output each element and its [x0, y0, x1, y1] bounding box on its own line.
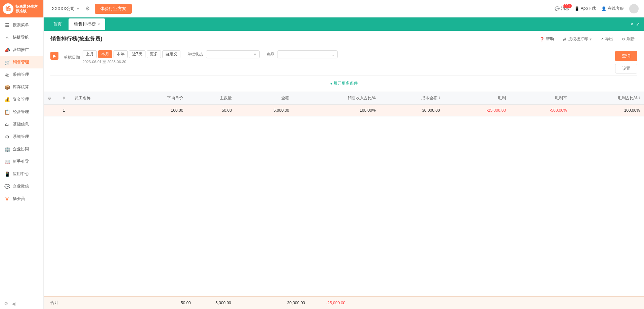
col-sales-pct: 销售收入占比% — [293, 92, 380, 105]
date-btn-custom[interactable]: 自定义 — [162, 50, 180, 58]
tab-home[interactable]: 首页 — [48, 18, 67, 30]
sidebar-item-search-order[interactable]: ☰ 搜索菜单 — [0, 19, 43, 31]
online-service-icon: 👤 — [601, 6, 606, 11]
sidebar-item-marketing[interactable]: 📣 营销推广 — [0, 44, 43, 56]
online-service-btn[interactable]: 👤 在线客服 — [601, 6, 624, 11]
trial-button[interactable]: 体验行业方案 — [95, 4, 132, 14]
sidebar-item-sales[interactable]: 🛒 销售管理 — [0, 56, 43, 68]
sidebar-item-system[interactable]: ⚙ 系统管理 — [0, 131, 43, 143]
app-center-icon: 📱 — [4, 171, 10, 177]
minimize-icon[interactable]: × — [631, 21, 633, 27]
table-header-row: ⚙ # 员工名称 平均单价 主数量 全额 销售收入占比% 成本全额 ℹ — [44, 92, 644, 105]
refresh-button[interactable]: ↺ 刷新 — [619, 35, 637, 43]
date-btn-more[interactable]: 更多 — [147, 50, 161, 58]
status-filter: 单据状态 ▾ — [187, 50, 260, 58]
refresh-icon: ↺ — [622, 37, 625, 42]
date-btn-this-year[interactable]: 本年 — [114, 50, 128, 58]
sidebar-item-member[interactable]: V 畅会员 — [0, 193, 43, 205]
cell-cost: 30,000.00 — [380, 105, 444, 116]
tab-sales-ranking[interactable]: 销售排行榜 × — [69, 18, 105, 30]
cell-name — [71, 105, 129, 116]
logo-text: 畅康通好生意 标准版 — [15, 4, 38, 14]
col-rank: # — [57, 92, 71, 105]
topbar: XXXXX公司 ▾ ⚙ 体验行业方案 💬 消息 99+ 📱 App下载 👤 在线… — [44, 0, 644, 17]
page: 销售排行榜(按业务员) ❓ 帮助 🖨 按模板打印 ▾ ↗ 导出 — [44, 31, 644, 309]
footer-label: 合计 — [50, 300, 94, 306]
print-icon: 🖨 — [563, 37, 567, 42]
company-selector[interactable]: XXXXX公司 ▾ — [49, 4, 82, 13]
date-filter: 单据日期 上月 本月 本年 近7天 更多 自定义 20 — [64, 50, 180, 64]
date-btn-last-7-days[interactable]: 近7天 — [129, 50, 145, 58]
cell-sales-pct: 100.00% — [293, 105, 380, 116]
cell-gross-pct: 100.00% — [571, 105, 644, 116]
col-cost: 成本全额 ℹ — [380, 92, 444, 105]
cell-gross: -25,000.00 — [444, 105, 510, 116]
search-order-icon: ☰ — [4, 22, 10, 28]
filter-settings-button[interactable]: 设置 — [615, 64, 637, 73]
date-btn-this-month[interactable]: 本月 — [98, 50, 112, 58]
goods-input[interactable]: ... — [277, 50, 338, 58]
sidebar-bottom: ⚙ ◀ — [0, 298, 43, 309]
sidebar-item-purchase[interactable]: 🛍 采购管理 — [0, 68, 43, 81]
settings-bottom-icon[interactable]: ⚙ — [4, 301, 8, 306]
goods-filter: 商品 ... — [266, 50, 338, 58]
maximize-icon[interactable]: ⤢ — [636, 21, 640, 27]
query-button[interactable]: 查询 — [615, 51, 637, 61]
data-table: ⚙ # 员工名称 平均单价 主数量 全额 销售收入占比% 成本全额 ℹ — [44, 92, 644, 116]
system-icon: ⚙ — [4, 134, 10, 140]
topbar-right: 💬 消息 99+ 📱 App下载 👤 在线客服 — [555, 4, 639, 13]
goods-more-icon[interactable]: ... — [331, 52, 334, 57]
sidebar-item-quick-nav[interactable]: ⌂ 快捷导航 — [0, 31, 43, 44]
filter-main-row: ▶ 单据日期 上月 本月 本年 近7天 — [50, 50, 637, 73]
status-select[interactable]: ▾ — [206, 50, 260, 58]
collapse-icon[interactable]: ◀ — [12, 301, 15, 306]
content-area: 销售排行榜(按业务员) ❓ 帮助 🖨 按模板打印 ▾ ↗ 导出 — [44, 31, 644, 309]
cell-qty: 50.00 — [187, 105, 236, 116]
tabs-bar: 首页 销售排行榜 × × ⤢ — [44, 17, 644, 31]
filter-actions: 查询 设置 — [615, 50, 637, 73]
sidebar-item-operations[interactable]: 📋 经营管理 — [0, 106, 43, 118]
finance-icon: 💰 — [4, 97, 10, 102]
tab-close-icon[interactable]: × — [98, 22, 100, 26]
purchase-icon: 🛍 — [4, 72, 10, 78]
page-actions: ❓ 帮助 🖨 按模板打印 ▾ ↗ 导出 ↺ 刷新 — [537, 35, 637, 43]
sidebar-item-wechat[interactable]: 💬 企业微信 — [0, 180, 43, 193]
app-download-btn[interactable]: 📱 App下载 — [574, 6, 596, 11]
guide-icon: 📖 — [4, 159, 10, 164]
export-button[interactable]: ↗ 导出 — [598, 35, 616, 43]
page-header: 销售排行榜(按业务员) ❓ 帮助 🖨 按模板打印 ▾ ↗ 导出 — [44, 31, 644, 46]
logo-icon: 畅 — [3, 3, 13, 14]
col-gross-rate: 毛利率 — [510, 92, 571, 105]
sidebar-item-finance[interactable]: 💰 资金管理 — [0, 93, 43, 106]
filter-area: ▶ 单据日期 上月 本月 本年 近7天 — [44, 46, 644, 92]
col-settings[interactable]: ⚙ — [44, 92, 57, 105]
col-gross-pct: 毛利占比% ℹ — [571, 92, 644, 105]
sidebar-item-enterprise[interactable]: 🏢 企业协同 — [0, 143, 43, 155]
operations-icon: 📋 — [4, 109, 10, 115]
template-print-button[interactable]: 🖨 按模板打印 ▾ — [560, 35, 594, 43]
sidebar-item-inventory[interactable]: 📦 库存核算 — [0, 81, 43, 93]
footer-qty: 50.00 — [161, 301, 195, 305]
table-row: 1 100.00 50.00 5,000.00 100.00% 30,000.0… — [44, 105, 644, 116]
user-avatar[interactable] — [629, 4, 639, 13]
enterprise-icon: 🏢 — [4, 147, 10, 152]
message-btn[interactable]: 💬 消息 99+ — [555, 6, 569, 11]
sidebar-item-guide[interactable]: 📖 新手引导 — [0, 155, 43, 168]
table-container: ⚙ # 员工名称 平均单价 主数量 全额 销售收入占比% 成本全额 ℹ — [44, 92, 644, 296]
help-button[interactable]: ❓ 帮助 — [537, 35, 557, 43]
footer-amount: 5,000.00 — [195, 301, 235, 305]
sidebar-item-app-center[interactable]: 📱 应用中心 — [0, 168, 43, 180]
filter-expand-btn[interactable]: ▶ — [50, 52, 58, 60]
sidebar-item-basic-info[interactable]: 🗂 基础信息 — [0, 118, 43, 131]
topbar-settings-icon[interactable]: ⚙ — [85, 5, 90, 12]
wechat-icon: 💬 — [4, 184, 10, 189]
table-settings-icon[interactable]: ⚙ — [48, 96, 51, 101]
cost-info-icon[interactable]: ℹ — [439, 96, 440, 100]
tabs-right-actions: × ⤢ — [631, 21, 640, 27]
gross-pct-info-icon[interactable]: ℹ — [639, 96, 640, 100]
expand-more-button[interactable]: ▾ 展开更多条件 — [326, 79, 362, 88]
main-area: XXXXX公司 ▾ ⚙ 体验行业方案 💬 消息 99+ 📱 App下载 👤 在线… — [44, 0, 644, 309]
col-name: 员工名称 — [71, 92, 129, 105]
app-download-icon: 📱 — [574, 6, 579, 11]
date-btn-last-month[interactable]: 上月 — [83, 50, 97, 58]
